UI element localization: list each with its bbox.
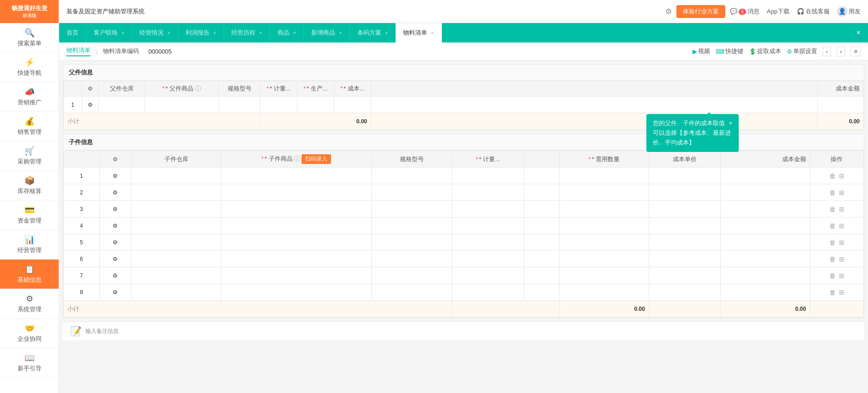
sidebar-item-enterprise[interactable]: 🤝 企业协同 [0, 319, 59, 348]
child-row-product[interactable] [221, 284, 372, 301]
copy-icon[interactable]: ⊞ [839, 222, 844, 230]
child-row-unit-price[interactable] [649, 234, 720, 251]
child-row-gear[interactable]: ⚙ [99, 218, 132, 234]
child-row-unit-price[interactable] [649, 201, 720, 218]
copy-icon[interactable]: ⊞ [839, 272, 844, 279]
child-row-gear[interactable]: ⚙ [99, 267, 132, 284]
tooltip-close-btn[interactable]: × [729, 119, 732, 128]
child-row-needed[interactable] [560, 251, 649, 267]
child-row-needed[interactable] [560, 218, 649, 234]
child-row-unit[interactable] [452, 201, 524, 218]
tab-home[interactable]: 首页 [59, 23, 86, 42]
child-row-needed[interactable] [560, 284, 649, 301]
tab-products[interactable]: 商品 × [270, 23, 304, 42]
child-row-warehouse[interactable] [132, 218, 221, 234]
copy-icon[interactable]: ⊞ [839, 189, 844, 196]
copy-icon[interactable]: ⊞ [839, 172, 844, 180]
child-row-product[interactable] [221, 234, 372, 251]
sidebar-item-system[interactable]: ⚙ 系统管理 [0, 289, 59, 319]
child-row-unit-price[interactable] [649, 184, 720, 201]
extract-cost-action[interactable]: 💲 提取成本 [749, 47, 781, 55]
copy-icon[interactable]: ⊞ [839, 239, 844, 246]
parent-row-production[interactable] [297, 97, 334, 113]
child-row-gear[interactable]: ⚙ [99, 251, 132, 267]
child-row-spec[interactable] [372, 251, 452, 267]
tab-history-close[interactable]: × [259, 30, 262, 36]
tab-new-product[interactable]: 新增商品 × [304, 23, 350, 42]
parent-row-gear[interactable]: ⚙ [82, 97, 99, 113]
child-row-spec[interactable] [372, 234, 452, 251]
child-row-unit[interactable] [452, 184, 524, 201]
child-row-unit[interactable] [452, 251, 524, 267]
child-row-spec[interactable] [372, 184, 452, 201]
child-row-unit[interactable] [452, 267, 524, 284]
child-row-warehouse[interactable] [132, 234, 221, 251]
sidebar-item-search[interactable]: 🔍 搜索菜单 [0, 23, 59, 53]
shortcut-action[interactable]: ⌨ 快捷键 [716, 47, 743, 55]
scan-btn[interactable]: 扫码录入 [301, 154, 331, 164]
tab-customer-close[interactable]: × [121, 30, 124, 36]
child-row-warehouse[interactable] [132, 251, 221, 267]
parent-row-product[interactable] [145, 97, 219, 113]
sidebar-item-quick-nav[interactable]: ⚡ 快捷导航 [0, 53, 59, 82]
child-row-spec[interactable] [372, 267, 452, 284]
note-placeholder[interactable]: 输入备注信息 [85, 327, 119, 335]
child-row-unit[interactable] [452, 168, 524, 184]
child-row-unit[interactable] [452, 234, 524, 251]
tab-customer[interactable]: 客户联络 × [86, 23, 132, 42]
child-row-product[interactable] [221, 168, 372, 184]
child-row-product[interactable] [221, 184, 372, 201]
child-row-needed[interactable] [560, 184, 649, 201]
child-row-needed[interactable] [560, 168, 649, 184]
delete-icon[interactable]: 🗑 [829, 172, 836, 180]
view-action[interactable]: ▶ 视频 [693, 47, 710, 55]
sidebar-item-capital[interactable]: 💳 资金管理 [0, 200, 59, 230]
delete-icon[interactable]: 🗑 [829, 289, 836, 296]
child-row-gear[interactable]: ⚙ [99, 168, 132, 184]
tab-new-product-close[interactable]: × [339, 30, 342, 36]
page-tab-bom-list[interactable]: 物料清单 [66, 46, 90, 56]
child-row-spec[interactable] [372, 168, 452, 184]
child-row-warehouse[interactable] [132, 184, 221, 201]
child-row-needed[interactable] [560, 267, 649, 284]
child-row-unit-price[interactable] [649, 251, 720, 267]
sidebar-item-operations[interactable]: 📊 经营管理 [0, 230, 59, 260]
tab-bom[interactable]: 物料清单 × [396, 23, 441, 42]
tab-profit-close[interactable]: × [213, 30, 216, 36]
child-col-gear[interactable]: ⚙ [99, 151, 132, 168]
delete-icon[interactable]: 🗑 [829, 206, 836, 213]
nav-next-btn[interactable]: › [837, 47, 845, 56]
messages-btn[interactable]: 💬 6 消息 [730, 7, 760, 16]
child-row-unit-price[interactable] [649, 218, 720, 234]
tab-products-close[interactable]: × [293, 30, 296, 36]
child-row-gear[interactable]: ⚙ [99, 201, 132, 218]
sidebar-item-sales[interactable]: 💰 销售管理 [0, 112, 59, 141]
online-service-btn[interactable]: 🎧 在线客服 [797, 7, 830, 16]
tab-history[interactable]: 经营历程 × [224, 23, 270, 42]
parent-col-gear[interactable]: ⚙ [82, 81, 99, 97]
copy-icon[interactable]: ⊞ [839, 255, 844, 263]
tab-barcode-close[interactable]: × [385, 30, 388, 36]
nav-grid-btn[interactable]: ≡ [850, 47, 861, 56]
gear-icon[interactable]: ⚙ [665, 7, 672, 16]
sidebar-item-inventory[interactable]: 📦 库存核算 [0, 171, 59, 200]
parent-row-cost[interactable] [334, 97, 371, 113]
child-row-spec[interactable] [372, 201, 452, 218]
delete-icon[interactable]: 🗑 [829, 255, 836, 263]
child-row-spec[interactable] [372, 284, 452, 301]
child-row-spec[interactable] [372, 218, 452, 234]
settings-action[interactable]: ⚙ 单据设置 [787, 47, 817, 55]
sidebar-item-marketing[interactable]: 📣 营销推广 [0, 82, 59, 112]
delete-icon[interactable]: 🗑 [829, 272, 836, 279]
child-row-product[interactable] [221, 251, 372, 267]
child-row-product[interactable] [221, 201, 372, 218]
parent-row-spec[interactable] [219, 97, 260, 113]
child-row-warehouse[interactable] [132, 267, 221, 284]
tab-profit[interactable]: 利润报告 × [178, 23, 224, 42]
tab-barcode[interactable]: 条码方案 × [350, 23, 396, 42]
sidebar-item-guide[interactable]: 📖 新手引导 [0, 348, 59, 378]
parent-row-warehouse[interactable] [99, 97, 145, 113]
tab-ops-close[interactable]: × [167, 30, 170, 36]
user-btn[interactable]: 👤 用友 [837, 6, 861, 17]
copy-icon[interactable]: ⊞ [839, 206, 844, 213]
